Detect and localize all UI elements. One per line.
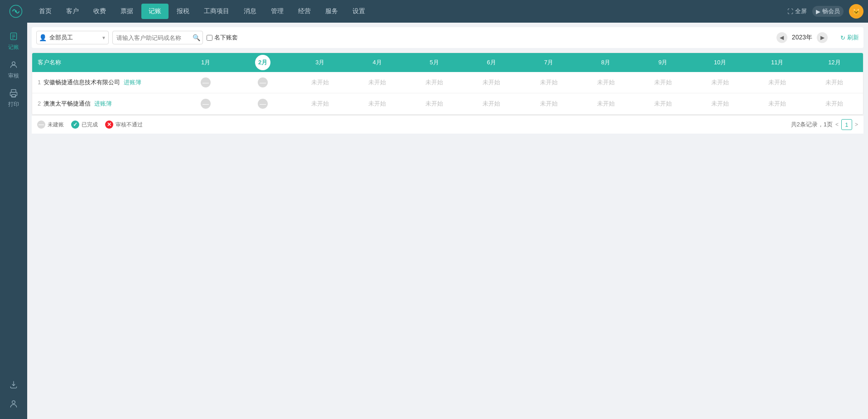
print-icon	[9, 89, 18, 99]
month-cell-5: 未开始	[406, 93, 463, 115]
my-accounts-checkbox-label[interactable]: 名下账套	[207, 34, 238, 42]
month-cell-5: 未开始	[406, 72, 463, 93]
table-wrapper: 客户名称 1月 2月 3月 4月 5月 6月 7月 8月 9月	[32, 53, 863, 115]
legend-red-dot: ✕	[105, 120, 113, 129]
refresh-button[interactable]: ↻ 刷新	[840, 34, 859, 42]
search-icon[interactable]: 🔍	[193, 34, 200, 41]
footer: — 未建账 ✓ 已完成 ✕ 审核不通过 共2条记录，1页 < 1 >	[32, 115, 863, 134]
col-month-12: 12月	[806, 53, 863, 72]
nav-business[interactable]: 工商项目	[197, 0, 236, 23]
nav-invoice[interactable]: 票据	[113, 0, 140, 23]
next-year-button[interactable]: ▶	[817, 32, 828, 43]
current-month-circle: 2月	[255, 55, 270, 70]
nav-right: ⛶ 全屏 ▶ 畅会员 🐱	[787, 4, 863, 19]
client-name: 安徽畅捷通信息技术有限公司	[43, 79, 120, 86]
employee-select[interactable]: 全部员工	[36, 31, 109, 44]
svg-point-6	[12, 62, 15, 65]
nav-tax[interactable]: 报税	[169, 0, 197, 23]
col-month-1: 1月	[177, 53, 234, 72]
not-started-label: 未开始	[597, 100, 615, 107]
not-started-label: 未开始	[482, 79, 500, 86]
sidebar-item-print[interactable]: 打印	[0, 84, 27, 113]
not-started-label: 未开始	[825, 79, 843, 86]
legend-not-built: — 未建账	[37, 120, 64, 129]
month-cell-9: 未开始	[634, 72, 691, 93]
nav-management[interactable]: 管理	[264, 0, 291, 23]
not-started-label: 未开始	[368, 79, 386, 86]
month-cell-1: —	[177, 93, 234, 115]
not-started-label: 未开始	[654, 79, 672, 86]
not-started-label: 未开始	[540, 100, 558, 107]
legend-completed: ✓ 已完成	[71, 120, 98, 129]
nav-message[interactable]: 消息	[236, 0, 264, 23]
prev-year-button[interactable]: ◀	[776, 32, 787, 43]
main-layout: 记账 审核 打印	[0, 23, 868, 419]
col-month-9: 9月	[634, 53, 691, 72]
fullscreen-button[interactable]: ⛶ 全屏	[787, 7, 807, 15]
nav-home[interactable]: 首页	[32, 0, 59, 23]
month-cell-9: 未开始	[634, 93, 691, 115]
legend-not-built-label: 未建账	[48, 121, 64, 129]
col-client-name: 客户名称	[32, 53, 177, 72]
enter-ledger-link[interactable]: 进账簿	[94, 100, 112, 107]
enter-ledger-link[interactable]: 进账簿	[124, 79, 141, 86]
nav-operation[interactable]: 经营	[291, 0, 318, 23]
row-number: 1	[38, 79, 41, 86]
table-row: 2澳澳太平畅捷通信进账簿——未开始未开始未开始未开始未开始未开始未开始未开始未开…	[32, 93, 863, 115]
toolbar: 👤 全部员工 ▼ 🔍 名下账套 ◀ 2023年 ▶ ↻	[32, 27, 863, 48]
client-name-cell: 1安徽畅捷通信息技术有限公司进账簿	[32, 72, 177, 93]
svg-point-1	[15, 10, 17, 13]
fullscreen-icon: ⛶	[787, 8, 793, 15]
sidebar-item-accounting[interactable]: 记账	[0, 27, 27, 56]
prev-page-button[interactable]: <	[835, 121, 839, 128]
not-started-label: 未开始	[654, 100, 672, 107]
month-cell-7: 未开始	[520, 72, 577, 93]
user-icon	[9, 400, 18, 410]
table-row: 1安徽畅捷通信息技术有限公司进账簿——未开始未开始未开始未开始未开始未开始未开始…	[32, 72, 863, 93]
top-navigation: 首页 客户 收费 票据 记账 报税 工商项目 消息 管理 经营 服务 设置 ⛶ …	[0, 0, 868, 23]
user-avatar[interactable]: 🐱	[849, 4, 863, 19]
col-month-10: 10月	[691, 53, 748, 72]
nav-service[interactable]: 服务	[318, 0, 345, 23]
month-cell-2: —	[234, 93, 291, 115]
next-page-button[interactable]: >	[855, 121, 858, 128]
page-number[interactable]: 1	[841, 119, 852, 130]
status-dot: —	[201, 77, 211, 87]
nav-settings[interactable]: 设置	[345, 0, 372, 23]
not-started-label: 未开始	[711, 100, 729, 107]
my-accounts-checkbox[interactable]	[207, 35, 212, 41]
nav-accounting[interactable]: 记账	[141, 4, 169, 19]
total-records: 共2条记录，1页	[791, 120, 833, 129]
col-month-11: 11月	[749, 53, 806, 72]
vip-button[interactable]: ▶ 畅会员	[812, 6, 844, 17]
refresh-icon: ↻	[840, 34, 845, 41]
nav-items: 首页 客户 收费 票据 记账 报税 工商项目 消息 管理 经营 服务 设置	[32, 0, 787, 23]
sidebar-item-download[interactable]	[0, 376, 27, 395]
month-cell-8: 未开始	[577, 93, 634, 115]
not-started-label: 未开始	[311, 100, 329, 107]
legend-rejected: ✕ 审核不通过	[105, 120, 143, 129]
month-cell-3: 未开始	[291, 93, 348, 115]
month-cell-12: 未开始	[806, 72, 863, 93]
sidebar-item-audit[interactable]: 审核	[0, 56, 27, 84]
employee-select-icon: 👤	[39, 34, 47, 41]
year-nav: ◀ 2023年 ▶	[776, 32, 828, 43]
not-started-label: 未开始	[597, 79, 615, 86]
year-display: 2023年	[792, 34, 812, 42]
accounts-table: 客户名称 1月 2月 3月 4月 5月 6月 7月 8月 9月	[32, 53, 863, 115]
my-accounts-label: 名下账套	[214, 34, 238, 42]
row-number: 2	[38, 100, 41, 107]
sidebar-audit-label: 审核	[8, 72, 19, 80]
download-icon	[9, 380, 18, 390]
legend-rejected-label: 审核不通过	[116, 121, 143, 129]
fullscreen-label: 全屏	[795, 7, 807, 15]
month-cell-3: 未开始	[291, 72, 348, 93]
sidebar-item-user[interactable]	[0, 395, 27, 414]
not-started-label: 未开始	[425, 100, 443, 107]
month-cell-6: 未开始	[463, 72, 520, 93]
search-input[interactable]	[112, 31, 203, 44]
month-cell-2: —	[234, 72, 291, 93]
nav-billing[interactable]: 收费	[86, 0, 113, 23]
not-started-label: 未开始	[540, 79, 558, 86]
nav-client[interactable]: 客户	[59, 0, 86, 23]
